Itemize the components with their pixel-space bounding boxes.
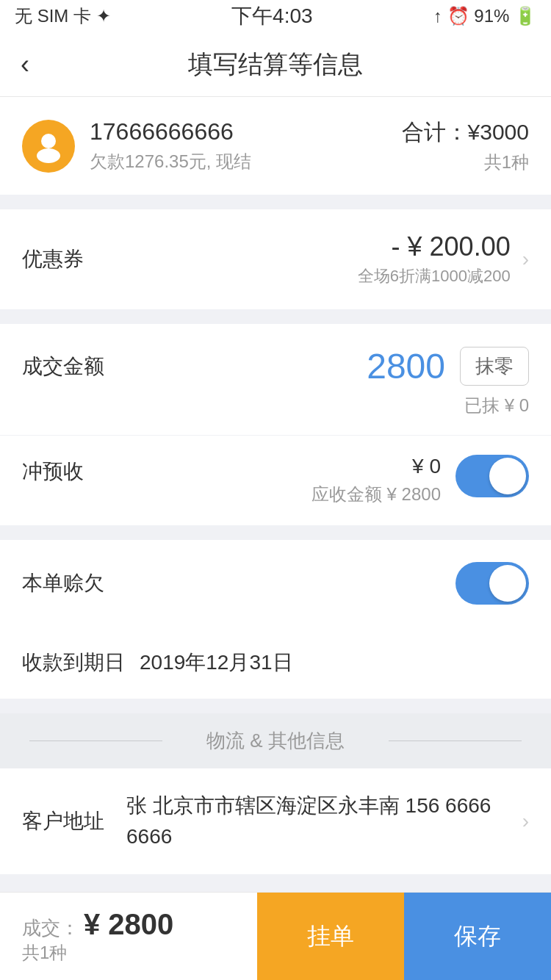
svg-point-0 <box>41 134 56 148</box>
nav-bar: ‹ 填写结算等信息 <box>0 32 551 97</box>
coupon-label: 优惠券 <box>22 245 84 273</box>
sep-line-left <box>29 741 162 741</box>
customer-desc: 欠款1276.35元, 现结 <box>90 150 251 173</box>
hold-button[interactable]: 挂单 <box>257 893 404 981</box>
prepay-sub: 应收金额 ¥ 2800 <box>311 483 441 506</box>
toggle-knob <box>489 458 526 494</box>
status-time: 下午4:03 <box>231 2 313 30</box>
prepay-row: 冲预收 ¥ 0 应收金额 ¥ 2800 <box>0 435 551 525</box>
coupon-amount: - ¥ 200.00 <box>358 231 511 262</box>
page-title: 填写结算等信息 <box>188 48 363 82</box>
divider-1 <box>0 195 551 209</box>
prepay-label: 冲预收 <box>22 455 84 486</box>
coupon-values: - ¥ 200.00 全场6折满1000减200 <box>358 231 511 287</box>
customer-card: 17666666666 欠款1276.35元, 现结 合计：¥3000 共1种 <box>0 97 551 195</box>
svg-point-1 <box>37 148 60 163</box>
footer: 成交： ¥ 2800 共1种 挂单 保存 <box>0 892 551 980</box>
footer-deal-label: 成交： <box>22 915 79 941</box>
coupon-chevron-icon: › <box>522 248 529 271</box>
divider-4 <box>0 699 551 713</box>
deal-amount-row: 成交金额 2800 抹零 <box>0 324 551 394</box>
prepay-toggle[interactable] <box>455 455 529 497</box>
sep-text: 物流 & 其他信息 <box>206 728 345 754</box>
coupon-right: - ¥ 200.00 全场6折满1000减200 › <box>358 231 529 287</box>
prepay-right: ¥ 0 应收金额 ¥ 2800 <box>311 455 529 506</box>
logistics-separator: 物流 & 其他信息 <box>0 713 551 768</box>
coupon-desc: 全场6折满1000减200 <box>358 265 511 287</box>
customer-left: 17666666666 欠款1276.35元, 现结 <box>22 118 251 173</box>
status-left: 无 SIM 卡 ✦ <box>15 4 111 28</box>
footer-info: 成交： ¥ 2800 共1种 <box>0 908 257 965</box>
coupon-section: 优惠券 - ¥ 200.00 全场6折满1000减200 › <box>0 209 551 309</box>
total-amount: 合计：¥3000 <box>402 118 529 148</box>
coupon-row[interactable]: 优惠券 - ¥ 200.00 全场6折满1000减200 › <box>0 209 551 309</box>
borrow-section: 本单赊欠 收款到期日 2019年12月31日 <box>0 540 551 699</box>
avatar <box>22 120 75 173</box>
customer-info: 17666666666 欠款1276.35元, 现结 <box>90 118 251 173</box>
deal-sub: 已抹 ¥ 0 <box>0 394 551 435</box>
status-bar: 无 SIM 卡 ✦ 下午4:03 ↑ ⏰ 91% 🔋 <box>0 0 551 32</box>
prepay-amount: ¥ 0 <box>311 455 441 478</box>
deal-label: 成交金额 <box>22 353 104 381</box>
address-value: 张 北京市市辖区海淀区永丰南 156 6666 6666 <box>126 790 522 852</box>
borrow-toggle-knob <box>489 565 526 602</box>
borrow-toggle[interactable] <box>455 562 529 605</box>
date-value: 2019年12月31日 <box>140 649 293 677</box>
footer-count: 共1种 <box>22 941 235 965</box>
date-row: 收款到期日 2019年12月31日 <box>0 627 551 699</box>
address-chevron-icon: › <box>522 810 529 833</box>
deal-value: 2800 <box>367 346 445 386</box>
footer-amount: ¥ 2800 <box>84 908 173 941</box>
address-label: 客户地址 <box>22 807 104 835</box>
signal-text: 无 SIM 卡 ✦ <box>15 4 111 28</box>
save-button[interactable]: 保存 <box>404 893 551 981</box>
borrow-label: 本单赊欠 <box>22 569 104 597</box>
borrow-row: 本单赊欠 <box>0 540 551 627</box>
amount-section: 成交金额 2800 抹零 已抹 ¥ 0 冲预收 ¥ 0 应收金额 ¥ 2800 <box>0 324 551 525</box>
customer-phone: 17666666666 <box>90 118 251 145</box>
total-count: 共1种 <box>402 151 529 174</box>
deal-right: 2800 抹零 <box>367 346 529 386</box>
date-label: 收款到期日 <box>22 649 125 677</box>
round-button[interactable]: 抹零 <box>460 347 529 386</box>
divider-2 <box>0 309 551 324</box>
address-row[interactable]: 客户地址 张 北京市市辖区海淀区永丰南 156 6666 6666 › <box>0 768 551 874</box>
back-button[interactable]: ‹ <box>21 49 29 80</box>
prepay-values: ¥ 0 应收金额 ¥ 2800 <box>311 455 441 506</box>
battery-text: ↑ ⏰ 91% 🔋 <box>433 6 536 26</box>
address-right: › <box>522 810 529 833</box>
divider-3 <box>0 525 551 540</box>
status-right: ↑ ⏰ 91% 🔋 <box>433 6 536 26</box>
customer-total: 合计：¥3000 共1种 <box>402 118 529 174</box>
sep-line-right <box>389 741 522 741</box>
